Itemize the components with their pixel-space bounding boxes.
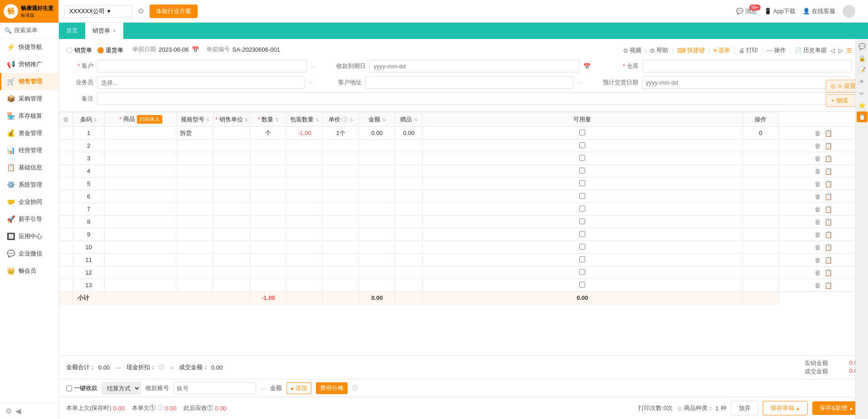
fee-info-icon[interactable]: ⓘ	[352, 384, 358, 392]
row-gift-11[interactable]	[422, 254, 742, 266]
one-click-payment[interactable]: 一键收款	[66, 384, 97, 392]
right-panel-btn-2[interactable]: 🔒	[857, 53, 868, 63]
right-panel-btn-3[interactable]: 📝	[857, 64, 868, 75]
address-more-icon[interactable]: ···	[577, 79, 582, 86]
copy-icon-2[interactable]: 📋	[824, 142, 832, 149]
row-product-5[interactable]	[177, 178, 213, 190]
calendar-icon[interactable]: 📅	[192, 46, 199, 53]
delete-icon-10[interactable]: 🗑	[815, 244, 821, 251]
row-gift-7[interactable]	[422, 203, 742, 216]
customer-more-icon[interactable]: ···	[310, 63, 315, 70]
row-product-9[interactable]	[177, 228, 213, 241]
sidebar-item-finance[interactable]: 💰 资金管理	[0, 125, 58, 142]
delete-icon-5[interactable]: 🗑	[815, 180, 821, 188]
history-btn[interactable]: 📄 历史单据	[795, 46, 827, 54]
fee-split-btn[interactable]: 费用分摊	[316, 382, 348, 394]
radio-return[interactable]: 退货单	[97, 46, 123, 54]
list-view-btn[interactable]: ☰	[847, 47, 852, 54]
delete-icon-12[interactable]: 🗑	[815, 269, 821, 276]
sidebar-item-system[interactable]: ⚙️ 系统管理	[0, 176, 58, 193]
video-btn[interactable]: ⊙ 视频	[623, 46, 641, 54]
row-product-10[interactable]	[177, 241, 213, 254]
delete-icon-11[interactable]: 🗑	[815, 256, 821, 264]
help-btn[interactable]: ⊙ 帮助	[650, 46, 668, 54]
row-product-11[interactable]	[177, 254, 213, 266]
right-panel-btn-6[interactable]: ⭐	[857, 100, 868, 111]
row-gift-3[interactable]	[422, 152, 742, 165]
tab-sales-order[interactable]: 销货单 ×	[85, 23, 123, 39]
row-gift-2[interactable]	[422, 140, 742, 152]
salesperson-more-icon[interactable]: ···	[309, 79, 314, 86]
row-gift-10[interactable]	[422, 241, 742, 254]
total-owed-info-icon[interactable]: ⓘ	[157, 404, 163, 412]
save-new-button[interactable]: 保存&新增 ▲	[812, 401, 861, 415]
row-product-4[interactable]	[177, 165, 213, 178]
row-unit-price-1[interactable]: 0.00	[359, 127, 395, 140]
operation-btn[interactable]: ⋯ 操作	[767, 46, 786, 54]
right-panel-btn-1[interactable]: 💬	[857, 41, 868, 52]
copy-icon-9[interactable]: 📋	[824, 231, 832, 238]
row-qty-1[interactable]: -1.00	[286, 127, 323, 140]
add-payment-btn[interactable]: ● 添加	[286, 382, 311, 394]
remarks-input[interactable]	[97, 92, 861, 105]
select-btn[interactable]: ≡ 选单	[713, 46, 730, 54]
radio-sales[interactable]: 销货单	[66, 46, 92, 54]
prev-btn[interactable]: ◁	[830, 47, 835, 54]
scan-btn[interactable]: 扫码录入	[137, 115, 162, 124]
unit-price-info-icon[interactable]: ⓘ	[342, 116, 348, 123]
row-product-6[interactable]	[177, 190, 213, 203]
delete-icon-7[interactable]: 🗑	[815, 206, 821, 213]
row-product-2[interactable]	[177, 140, 213, 152]
print-btn[interactable]: 🖨 打印	[739, 46, 758, 54]
delete-icon-9[interactable]: 🗑	[815, 231, 821, 238]
save-draft-button[interactable]: 保存草稿 ▲	[763, 401, 808, 415]
row-gift-8[interactable]	[422, 216, 742, 228]
expected-delivery-input[interactable]	[642, 76, 850, 89]
one-click-checkbox[interactable]	[66, 385, 72, 391]
copy-icon-6[interactable]: 📋	[824, 193, 832, 200]
row-product-1[interactable]: 拆货	[177, 127, 213, 140]
delete-icon-4[interactable]: 🗑	[815, 168, 821, 175]
copy-icon-13[interactable]: 📋	[824, 282, 832, 289]
row-gift-12[interactable]	[422, 266, 742, 279]
tab-close-icon[interactable]: ×	[113, 28, 116, 34]
settings-bottom-icon[interactable]: ⚙	[5, 407, 12, 415]
avatar[interactable]	[843, 5, 855, 18]
row-gift-13[interactable]	[422, 279, 742, 292]
copy-icon-7[interactable]: 📋	[824, 206, 832, 213]
sidebar-item-operations[interactable]: 📊 经营管理	[0, 142, 58, 159]
header-settings-icon[interactable]: ⚙	[138, 7, 144, 15]
app-download-btn[interactable]: 📱 App下载	[764, 7, 795, 15]
copy-icon-10[interactable]: 📋	[824, 244, 832, 251]
copy-icon-4[interactable]: 📋	[824, 168, 832, 175]
copy-icon-1[interactable]: 📋	[824, 130, 832, 137]
payment-date-calendar-icon[interactable]: 📅	[583, 63, 591, 70]
right-panel-btn-4[interactable]: 👁	[857, 76, 868, 87]
company-selector[interactable]: XXXXXX公司 ▾	[64, 5, 132, 18]
delete-icon-13[interactable]: 🗑	[815, 282, 821, 289]
delete-icon-1[interactable]: 🗑	[815, 130, 821, 137]
column-settings-icon[interactable]: ⚙	[63, 116, 69, 123]
right-panel-btn-5[interactable]: ✏	[857, 88, 868, 99]
copy-icon-5[interactable]: 📋	[824, 180, 832, 188]
sidebar-item-purchase[interactable]: 📦 采购管理	[0, 90, 58, 107]
tab-home[interactable]: 首页	[59, 23, 85, 39]
row-product-13[interactable]	[177, 279, 213, 292]
account-input[interactable]	[174, 382, 256, 394]
customer-input[interactable]	[97, 60, 307, 72]
collapse-icon[interactable]: ◀	[15, 407, 21, 415]
row-gift-6[interactable]	[422, 190, 742, 203]
trial-button[interactable]: 体验行业方案	[150, 5, 198, 18]
copy-icon-3[interactable]: 📋	[824, 155, 832, 162]
salesperson-input[interactable]	[97, 76, 305, 89]
warehouse-input[interactable]: 建材仓	[642, 60, 852, 72]
sidebar-item-basic[interactable]: 📋 基础信息	[0, 159, 58, 176]
row-product-3[interactable]	[177, 152, 213, 165]
search-menu[interactable]: 🔍 搜索菜单	[0, 23, 58, 39]
copy-icon-12[interactable]: 📋	[824, 269, 832, 276]
customer-address-input[interactable]	[365, 76, 573, 89]
row-product-7[interactable]	[177, 203, 213, 216]
discard-button[interactable]: 放弃	[731, 401, 758, 415]
copy-icon-8[interactable]: 📋	[824, 218, 832, 226]
delete-icon-3[interactable]: 🗑	[815, 155, 821, 162]
